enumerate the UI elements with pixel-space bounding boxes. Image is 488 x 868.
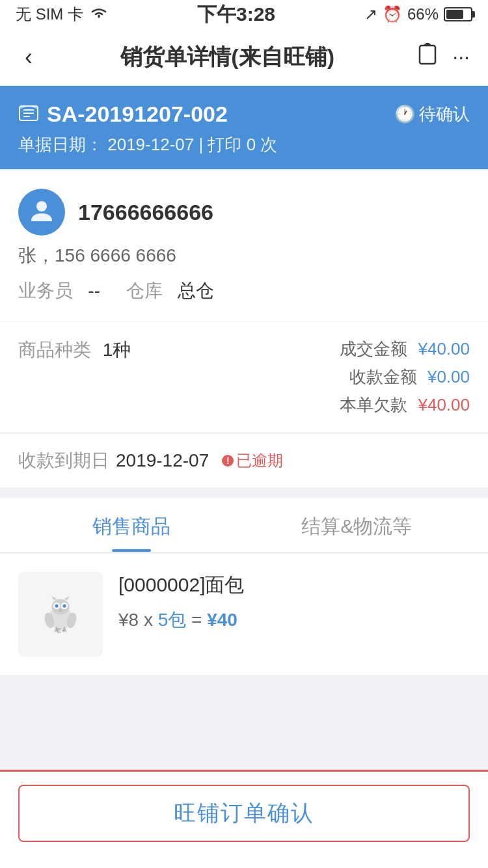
order-header-banner: SA-20191207-002 🕐 待确认 单据日期： 2019-12-07 |… bbox=[0, 86, 488, 169]
status-time: 下午3:28 bbox=[197, 1, 275, 28]
price-qty: 5包 bbox=[158, 610, 187, 630]
tab-settlement[interactable]: 结算&物流等 bbox=[244, 498, 470, 552]
received-amount-value: ¥0.00 bbox=[427, 367, 470, 387]
order-id: SA-20191207-002 bbox=[18, 102, 228, 127]
overdue-badge: ! 已逾期 bbox=[222, 450, 283, 471]
due-date-value: 2019-12-07 bbox=[116, 450, 209, 471]
owed-amount-value: ¥40.00 bbox=[418, 395, 470, 415]
tab-sales-products[interactable]: 销售商品 bbox=[18, 498, 244, 552]
price-total: ¥40 bbox=[207, 610, 237, 630]
deal-amount-value: ¥40.00 bbox=[418, 339, 470, 359]
deal-amount-label: 成交金额 bbox=[340, 338, 407, 360]
order-date-value: 2019-12-07 bbox=[107, 135, 194, 154]
bottom-action-bar: 旺铺订单确认 bbox=[0, 770, 488, 868]
alarm-icon: ⏰ bbox=[383, 5, 402, 23]
more-button[interactable]: ··· bbox=[452, 45, 470, 69]
overdue-icon: ! bbox=[222, 455, 234, 467]
status-left: 无 SIM 卡 bbox=[16, 4, 108, 25]
wifi-icon bbox=[90, 5, 108, 23]
product-list: 管+ [0000002]面包 ¥8 x 5包 = ¥40 bbox=[0, 554, 488, 675]
order-id-icon bbox=[18, 102, 39, 127]
nav-actions: ··· bbox=[416, 43, 470, 72]
overdue-text: 已逾期 bbox=[236, 450, 283, 471]
svg-marker-15 bbox=[64, 596, 70, 601]
price-text: ¥8 x bbox=[118, 610, 158, 630]
received-amount-row: 收款金额 ¥0.00 bbox=[349, 366, 470, 388]
tabs-section: 销售商品 结算&物流等 bbox=[0, 498, 488, 552]
battery-icon bbox=[444, 7, 472, 21]
page-title: 销货单详情(来自旺铺) bbox=[120, 42, 334, 72]
received-amount-label: 收款金额 bbox=[349, 366, 417, 388]
svg-rect-0 bbox=[420, 46, 435, 64]
owed-amount-row: 本单欠款 ¥40.00 bbox=[340, 394, 470, 416]
warehouse-label: 仓库 bbox=[126, 280, 163, 301]
customer-name: 张，156 6666 6666 bbox=[18, 243, 470, 268]
product-type-row: 商品种类 1种 bbox=[18, 338, 131, 362]
nav-bar: ‹ 销货单详情(来自旺铺) ··· bbox=[0, 29, 488, 86]
customer-meta: 业务员 -- 仓库 总仓 bbox=[18, 278, 470, 303]
location-icon: ↗ bbox=[364, 5, 377, 23]
summary-section: 商品种类 1种 成交金额 ¥40.00 收款金额 ¥0.00 本单欠款 ¥40.… bbox=[0, 322, 488, 432]
due-date-label: 收款到期日 bbox=[18, 448, 109, 473]
product-type-label: 商品种类 bbox=[18, 340, 91, 360]
product-details: [0000002]面包 ¥8 x 5包 = ¥40 bbox=[118, 572, 470, 632]
avatar bbox=[18, 189, 65, 236]
due-date-section: 收款到期日 2019-12-07 ! 已逾期 bbox=[0, 433, 488, 487]
order-status: 🕐 待确认 bbox=[394, 103, 470, 126]
svg-point-6 bbox=[36, 201, 47, 211]
status-bar: 无 SIM 卡 下午3:28 ↗ ⏰ 66% bbox=[0, 0, 488, 29]
battery-percent: 66% bbox=[407, 5, 439, 23]
product-name: [0000002]面包 bbox=[118, 572, 470, 599]
order-id-text: SA-20191207-002 bbox=[47, 102, 228, 127]
order-status-text: 待确认 bbox=[419, 103, 470, 126]
confirm-order-button[interactable]: 旺铺订单确认 bbox=[18, 785, 470, 842]
clock-icon: 🕐 bbox=[394, 104, 415, 124]
svg-text:管+: 管+ bbox=[56, 627, 65, 634]
sales-value: -- bbox=[88, 280, 100, 301]
svg-point-11 bbox=[55, 604, 58, 608]
order-date-label: 单据日期： bbox=[18, 135, 103, 154]
warehouse-value: 总仓 bbox=[178, 280, 214, 301]
tab-bar: 销售商品 结算&物流等 bbox=[0, 498, 488, 552]
amount-summary: 成交金额 ¥40.00 收款金额 ¥0.00 本单欠款 ¥40.00 bbox=[340, 338, 470, 416]
customer-section: 17666666666 张，156 6666 6666 业务员 -- 仓库 总仓 bbox=[0, 170, 488, 321]
svg-point-12 bbox=[62, 604, 66, 608]
back-button[interactable]: ‹ bbox=[18, 37, 39, 77]
sales-label: 业务员 bbox=[18, 280, 73, 301]
product-type-value: 1种 bbox=[103, 340, 131, 360]
avatar-icon bbox=[29, 197, 55, 228]
deal-amount-row: 成交金额 ¥40.00 bbox=[340, 338, 470, 360]
product-item: 管+ [0000002]面包 ¥8 x 5包 = ¥40 bbox=[0, 554, 488, 675]
product-price: ¥8 x 5包 = ¥40 bbox=[118, 608, 470, 632]
order-print-info: | 打印 0 次 bbox=[198, 135, 277, 154]
tab-sales-label: 销售商品 bbox=[92, 515, 170, 537]
tab-settlement-label: 结算&物流等 bbox=[301, 515, 412, 537]
svg-marker-14 bbox=[51, 596, 57, 601]
share-button[interactable] bbox=[416, 43, 439, 72]
order-date-row: 单据日期： 2019-12-07 | 打印 0 次 bbox=[18, 133, 470, 156]
product-thumbnail: 管+ bbox=[18, 572, 103, 657]
status-right: ↗ ⏰ 66% bbox=[364, 5, 472, 23]
customer-phone[interactable]: 17666666666 bbox=[78, 200, 213, 225]
price-separator: = bbox=[191, 610, 207, 630]
carrier-label: 无 SIM 卡 bbox=[16, 4, 83, 25]
owed-amount-label: 本单欠款 bbox=[340, 394, 407, 416]
